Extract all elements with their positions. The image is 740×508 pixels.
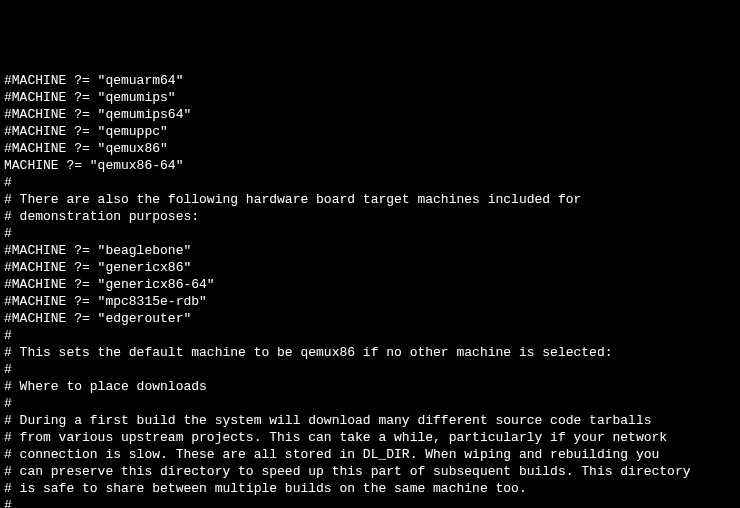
comment-line: # (4, 361, 736, 378)
config-line: #MACHINE ?= "qemuarm64" (4, 72, 736, 89)
comment-line: # (4, 174, 736, 191)
config-line: #MACHINE ?= "qemumips64" (4, 106, 736, 123)
comment-line: # from various upstream projects. This c… (4, 429, 736, 446)
comment-line: # Where to place downloads (4, 378, 736, 395)
config-line: #MACHINE ?= "beaglebone" (4, 242, 736, 259)
config-line: #MACHINE ?= "genericx86-64" (4, 276, 736, 293)
config-line: #MACHINE ?= "qemumips" (4, 89, 736, 106)
config-line: #MACHINE ?= "edgerouter" (4, 310, 736, 327)
comment-line: # There are also the following hardware … (4, 191, 736, 208)
comment-line: # connection is slow. These are all stor… (4, 446, 736, 463)
comment-line: # demonstration purposes: (4, 208, 736, 225)
config-line: #MACHINE ?= "qemux86" (4, 140, 736, 157)
comment-line: # (4, 497, 736, 508)
config-line: #MACHINE ?= "mpc8315e-rdb" (4, 293, 736, 310)
comment-line: # can preserve this directory to speed u… (4, 463, 736, 480)
comment-line: # is safe to share between multiple buil… (4, 480, 736, 497)
config-line: #MACHINE ?= "qemuppc" (4, 123, 736, 140)
config-line: #MACHINE ?= "genericx86" (4, 259, 736, 276)
comment-line: # (4, 327, 736, 344)
comment-line: # During a first build the system will d… (4, 412, 736, 429)
comment-line: # (4, 225, 736, 242)
comment-line: # (4, 395, 736, 412)
terminal-editor[interactable]: #MACHINE ?= "qemuarm64"#MACHINE ?= "qemu… (4, 72, 736, 508)
comment-line: # This sets the default machine to be qe… (4, 344, 736, 361)
config-line: MACHINE ?= "qemux86-64" (4, 157, 736, 174)
